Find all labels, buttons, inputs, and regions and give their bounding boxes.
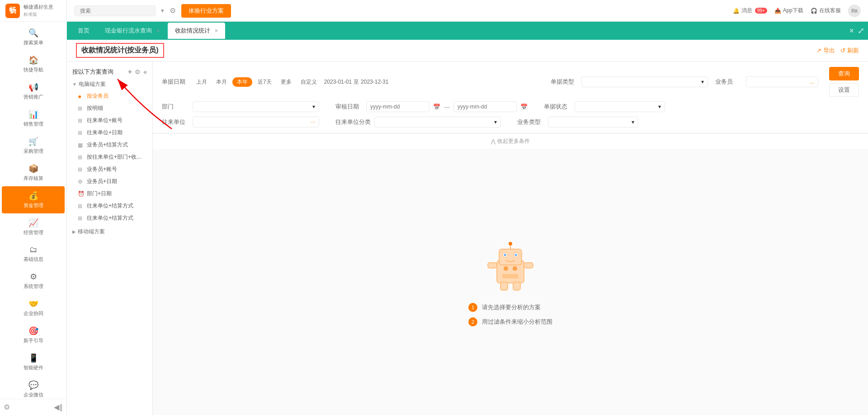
date-tab-last-month[interactable]: 上月: [193, 77, 211, 87]
scheme-item-by-salesperson[interactable]: ● 按业务员: [67, 90, 152, 102]
scheme-item-partner-date[interactable]: ⊞ 往来单位+日期: [67, 127, 152, 139]
filter-dept-item: 部门 ▾: [162, 101, 319, 112]
scheme-add-icon[interactable]: +: [128, 68, 132, 76]
sidebar-item-quick-nav[interactable]: 🏠 快捷导航: [0, 51, 66, 78]
gear-icon: ⚙: [30, 272, 37, 282]
scheme-icon-dept-date: ⏰: [78, 191, 84, 197]
sidebar-label-inventory: 库存核算: [24, 175, 43, 182]
scheme-item-partner-settle2[interactable]: ⊞ 往来单位+结算方式: [67, 212, 152, 224]
sidebar-item-sales[interactable]: 📊 销售管理: [0, 105, 66, 132]
filter-section: 单据日期 上月 本月 本年 近7天 更多 自定义 2023-01-01 至: [153, 61, 868, 133]
footer-collapse-icon[interactable]: ◀‖: [54, 403, 63, 411]
sidebar-item-base-info[interactable]: 🗂 基础信息: [0, 241, 66, 267]
online-service-btn[interactable]: 🎧 在线客服: [811, 7, 841, 14]
notifications-btn[interactable]: 🔔 消息 99+: [733, 7, 767, 14]
dept-label: 部门: [162, 103, 189, 111]
tab-bank-flow[interactable]: 现金银行流水查询 ×: [98, 23, 167, 39]
partner-type-select[interactable]: ▾: [374, 117, 501, 127]
topbar-gear-icon[interactable]: ⚙: [170, 6, 176, 15]
sidebar-item-guide[interactable]: 🎯 新手引导: [0, 321, 66, 349]
doc-status-select[interactable]: ▾: [575, 101, 665, 112]
collapse-label: 收起更多条件: [497, 137, 530, 145]
calendar-start-icon[interactable]: 📅: [433, 104, 440, 110]
sidebar-item-search[interactable]: 🔍 搜索菜单: [0, 24, 66, 51]
sidebar-label-quick-nav: 快捷导航: [24, 66, 43, 73]
scheme-item-salesperson-settle[interactable]: ▦ 业务员+结算方式: [67, 139, 152, 151]
date-tab-this-month[interactable]: 本月: [212, 77, 231, 87]
chat-icon: 💬: [28, 380, 38, 390]
sidebar-label-hardware: 智能硬件: [24, 364, 43, 371]
footer-settings-icon[interactable]: ⚙: [4, 403, 10, 411]
desktop-scheme-group: ▼ 电脑端方案 ● 按业务员 ⊞ 按明细 ⊞ 往来单位+账号 ⊞ 往来单位: [67, 79, 152, 224]
doc-status-dropdown-icon: ▾: [658, 104, 661, 110]
biz-type-select[interactable]: ▾: [548, 117, 638, 127]
sidebar-item-inventory[interactable]: 📦 库存核算: [0, 159, 66, 186]
review-date-end[interactable]: [453, 101, 517, 112]
sidebar-item-wechat[interactable]: 💬 企业微信: [0, 376, 66, 399]
tab-home[interactable]: 首页: [71, 23, 97, 39]
date-tab-7days[interactable]: 近7天: [254, 77, 275, 87]
partner-type-label: 往来单位分类: [335, 118, 371, 126]
sidebar-item-marketing[interactable]: 📢 营销推广: [0, 78, 66, 105]
page-title: 收款情况统计(按业务员): [81, 46, 159, 55]
tab-receipts[interactable]: 收款情况统计 ×: [168, 23, 225, 39]
calendar-end-icon[interactable]: 📅: [520, 104, 528, 110]
dept-select[interactable]: ▾: [193, 101, 319, 112]
scheme-item-salesperson-date[interactable]: ⚙ 业务员+日期: [67, 175, 152, 188]
scheme-item-partner-dept[interactable]: ⊞ 按往来单位+部门+收...: [67, 151, 152, 163]
scheme-item-partner-settle1[interactable]: ⊞ 往来单位+结算方式: [67, 200, 152, 212]
salesperson-select[interactable]: ...: [746, 76, 818, 87]
refresh-btn[interactable]: ↺ 刷新: [840, 47, 859, 55]
salesperson-more-icon[interactable]: ...: [810, 79, 814, 85]
export-btn[interactable]: ↗ 导出: [816, 47, 835, 55]
sidebar-item-system[interactable]: ⚙ 系统管理: [0, 267, 66, 294]
scheme-item-salesperson-account[interactable]: ⊞ 业务员+账号: [67, 163, 152, 175]
app-download-btn[interactable]: 📥 App下载: [774, 7, 803, 14]
date-tab-this-year[interactable]: 本年: [232, 77, 252, 87]
date-tab-more[interactable]: 更多: [277, 77, 295, 87]
doc-type-select[interactable]: ▾: [581, 76, 708, 87]
bell-icon: 🔔: [733, 8, 740, 14]
sidebar-label-enterprise: 企业协同: [24, 310, 43, 317]
user-area[interactable]: Rit: [848, 5, 861, 17]
mobile-group-title[interactable]: ▶ 移动端方案: [67, 226, 152, 237]
partner-select[interactable]: ···: [193, 117, 319, 127]
sidebar-item-purchase[interactable]: 🛒 采购管理: [0, 132, 66, 159]
scheme-icon-partner-date: ⊞: [78, 130, 84, 136]
filter-biz-type-item: 业务类型 ▾: [517, 117, 638, 127]
sidebar-item-hardware[interactable]: 📱 智能硬件: [0, 349, 66, 376]
search-input[interactable]: [74, 5, 156, 16]
sidebar-item-operations[interactable]: 📈 经营管理: [0, 213, 66, 241]
review-date-label: 审核日期: [335, 103, 363, 111]
scheme-item-label-salesperson-account: 业务员+账号: [87, 165, 117, 173]
group-expand-icon: ▼: [72, 82, 77, 87]
window-maximize-icon[interactable]: ⤢: [858, 26, 864, 36]
target-icon: 🎯: [28, 326, 38, 336]
scheme-icon-detail: ⊞: [78, 105, 84, 112]
scheme-item-detail[interactable]: ⊞ 按明细: [67, 102, 152, 114]
sidebar-item-enterprise[interactable]: 🤝 企业协同: [0, 294, 66, 321]
tab-bank-flow-close[interactable]: ×: [156, 28, 160, 34]
trial-btn[interactable]: 体验行业方案: [181, 4, 231, 18]
scheme-item-dept-date[interactable]: ⏰ 部门+日期: [67, 188, 152, 200]
scheme-item-partner-account[interactable]: ⊞ 往来单位+账号: [67, 114, 152, 127]
scheme-collapse-icon[interactable]: «: [143, 68, 147, 75]
settings-btn[interactable]: 设置: [829, 83, 859, 97]
query-btn[interactable]: 查询: [829, 67, 859, 80]
partner-more-icon[interactable]: ···: [311, 119, 315, 125]
scheme-settings-icon[interactable]: ⚙: [135, 68, 141, 75]
desktop-group-title[interactable]: ▼ 电脑端方案: [67, 79, 152, 90]
review-date-start[interactable]: [366, 101, 429, 112]
scheme-panel: 按以下方案查询 + ⚙ « ▼ 电脑端方案: [67, 61, 153, 415]
dropdown-arrow-icon[interactable]: ▾: [161, 7, 164, 14]
collapse-bar[interactable]: ⋀ 收起更多条件: [153, 133, 868, 149]
sidebar-item-finance[interactable]: 💰 资金管理: [2, 186, 65, 213]
phone-icon: 📱: [28, 353, 38, 363]
partner-label: 往来单位: [162, 118, 189, 126]
tab-receipts-close[interactable]: ×: [215, 28, 218, 34]
date-tab-custom[interactable]: 自定义: [297, 77, 321, 87]
filter-row-3: 往来单位 ··· 往来单位分类 ▾ 业务类型: [162, 117, 859, 127]
partner-type-dropdown-icon: ▾: [494, 119, 497, 125]
mobile-scheme-group: ▶ 移动端方案: [67, 226, 152, 237]
window-close-icon[interactable]: ×: [849, 26, 854, 36]
